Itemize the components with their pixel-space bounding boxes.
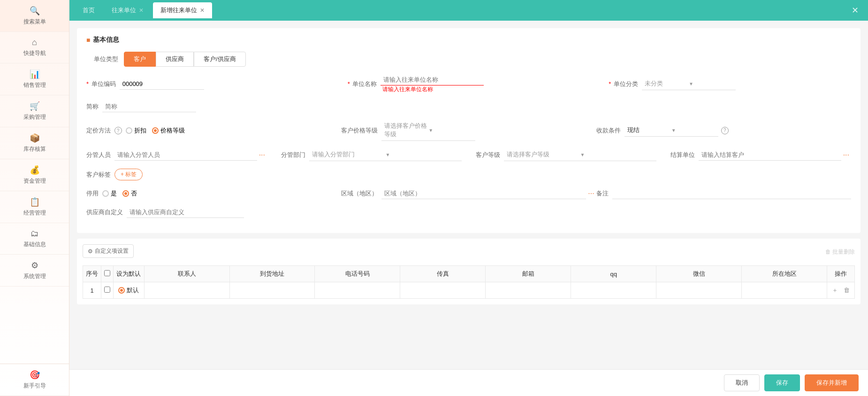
field-remark: 备注	[596, 188, 851, 199]
add-tag-button[interactable]: + 标签	[114, 169, 143, 180]
wechat-input[interactable]	[659, 287, 739, 294]
row-contact[interactable]	[144, 282, 229, 299]
settlement-unit-input[interactable]	[699, 149, 841, 161]
abbreviation-input[interactable]	[102, 101, 196, 112]
select-all-checkbox[interactable]	[104, 270, 110, 276]
row-qq[interactable]	[571, 282, 656, 299]
supplier-custom-input[interactable]	[127, 207, 244, 218]
row-actions: ＋ 🗑	[827, 282, 855, 299]
manager-input[interactable]	[114, 149, 257, 161]
department-select[interactable]: 请输入分管部门 ▼	[309, 148, 462, 161]
field-unit-name: * 单位名称 请输入往来单位名称	[348, 74, 590, 93]
col-phone: 电话号码	[315, 266, 400, 282]
qq-input[interactable]	[574, 287, 653, 294]
basicinfo-icon: 🗂	[30, 229, 39, 239]
remark-input[interactable]	[612, 188, 851, 199]
add-row-btn[interactable]: ＋	[832, 287, 838, 294]
fax-input[interactable]	[403, 287, 482, 294]
operations-icon: 📋	[30, 197, 40, 207]
contacts-table: 序号 设为默认 联系人 到货地址 电话号码 传真 邮箱 qq 微信 所在地区 操…	[83, 265, 855, 299]
row-supplier-custom: 供应商自定义	[86, 207, 851, 218]
sidebar-item-inventory[interactable]: 📦 库存核算	[0, 127, 69, 159]
department-label: 分管部门	[281, 151, 309, 159]
radio-no[interactable]: 否	[122, 189, 137, 198]
row-email[interactable]	[486, 282, 571, 299]
tab-partner[interactable]: 往来单位 ✕	[104, 2, 151, 18]
row-check[interactable]	[101, 282, 114, 299]
unit-code-input[interactable]	[120, 78, 204, 90]
pricing-label: 定价方法 ?	[86, 126, 126, 135]
chevron-down-icon: ▼	[689, 81, 733, 86]
radio-discount-circle	[126, 127, 132, 134]
batch-delete-btn[interactable]: 🗑 批量删除	[825, 248, 855, 256]
address-input[interactable]	[233, 287, 312, 294]
sales-icon: 📊	[30, 69, 40, 79]
sidebar-item-purchase[interactable]: 🛒 采购管理	[0, 95, 69, 127]
unit-name-input[interactable]	[381, 74, 484, 85]
sidebar-item-newbie[interactable]: 🎯 新手引导	[0, 364, 69, 396]
radio-price-level[interactable]: 价格等级	[152, 126, 185, 135]
unit-btn-supplier[interactable]: 供应商	[156, 52, 194, 67]
tab-home[interactable]: 首页	[75, 2, 102, 18]
radio-price-level-circle	[152, 127, 159, 134]
save-new-button[interactable]: 保存并新增	[805, 374, 859, 391]
row-fax[interactable]	[400, 282, 486, 299]
sidebar-item-system[interactable]: ⚙ 系统管理	[0, 255, 69, 287]
region-more-btn[interactable]: ···	[586, 189, 596, 198]
tab-new-partner-close[interactable]: ✕	[200, 7, 205, 14]
manager-more-btn[interactable]: ···	[257, 151, 267, 159]
unit-category-label: * 单位分类	[609, 80, 642, 88]
purchase-icon: 🛒	[30, 101, 40, 111]
row-region[interactable]	[742, 282, 827, 299]
tab-home-label: 首页	[83, 6, 95, 15]
customer-level-select[interactable]: 请选择客户等级 ▼	[504, 148, 656, 161]
payment-terms-select[interactable]: 现结 ▼	[624, 124, 718, 137]
row-phone[interactable]	[315, 282, 400, 299]
sidebar: 🔍 搜索菜单 ⌂ 快捷导航 📊 销售管理 🛒 采购管理 📦 库存核算 💰 资金管…	[0, 0, 69, 396]
col-wechat: 微信	[656, 266, 742, 282]
close-all-tabs[interactable]: ✕	[848, 5, 862, 16]
row-region-input[interactable]	[745, 287, 824, 294]
phone-input[interactable]	[318, 287, 397, 294]
basic-info-section: ■ 基本信息 单位类型 客户 供应商 客户/供应商 * 单位编码	[77, 28, 860, 233]
sidebar-item-basicinfo[interactable]: 🗂 基础信息	[0, 223, 69, 255]
cancel-button[interactable]: 取消	[724, 374, 760, 391]
field-tags: 客户标签 + 标签	[86, 169, 851, 180]
tab-partner-close[interactable]: ✕	[139, 7, 144, 14]
settlement-more-btn[interactable]: ···	[841, 151, 851, 159]
row-address[interactable]	[229, 282, 315, 299]
row-wechat[interactable]	[656, 282, 742, 299]
save-button[interactable]: 保存	[764, 374, 800, 391]
radio-discount[interactable]: 折扣	[126, 126, 146, 135]
chevron-payment-icon: ▼	[671, 128, 716, 133]
payment-help-icon[interactable]: ?	[721, 127, 729, 134]
tab-new-partner[interactable]: 新增往来单位 ✕	[153, 2, 212, 18]
email-input[interactable]	[488, 287, 568, 294]
chevron-level-icon: ▼	[580, 152, 654, 157]
row-default-radio[interactable]: 默认	[116, 286, 141, 295]
field-unit-category: * 单位分类 未分类 ▼	[609, 78, 851, 90]
row-tags: 客户标签 + 标签	[86, 169, 851, 180]
sidebar-item-operations[interactable]: 📋 经营管理	[0, 191, 69, 223]
sidebar-item-finance[interactable]: 💰 资金管理	[0, 159, 69, 191]
table-section: ⚙ 自定义项设置 🗑 批量删除 序号 设为默认 联系人 到货地址 电	[77, 239, 860, 304]
region-input[interactable]	[381, 188, 586, 199]
row-seq: 1	[83, 282, 101, 299]
radio-no-circle	[122, 190, 129, 197]
pricing-help-icon[interactable]: ?	[114, 127, 122, 134]
customer-price-level-select[interactable]: 请选择客户价格等级 ▼	[381, 120, 475, 141]
col-default: 设为默认	[114, 266, 144, 282]
sidebar-item-sales[interactable]: 📊 销售管理	[0, 63, 69, 95]
unit-category-select[interactable]: 未分类 ▼	[642, 78, 736, 90]
field-unit-code: * 单位编码	[86, 78, 329, 90]
custom-settings-button[interactable]: ⚙ 自定义项设置	[83, 244, 134, 258]
sidebar-item-quicknav[interactable]: ⌂ 快捷导航	[0, 32, 69, 63]
unit-btn-both[interactable]: 客户/供应商	[194, 52, 246, 67]
sidebar-item-search[interactable]: 🔍 搜索菜单	[0, 0, 69, 32]
delete-row-btn[interactable]: 🗑	[844, 287, 850, 294]
unit-btn-customer[interactable]: 客户	[124, 52, 156, 67]
row-checkbox[interactable]	[104, 287, 110, 293]
radio-yes[interactable]: 是	[102, 189, 117, 198]
contact-input[interactable]	[147, 287, 227, 294]
field-supplier-custom: 供应商自定义	[86, 207, 251, 218]
